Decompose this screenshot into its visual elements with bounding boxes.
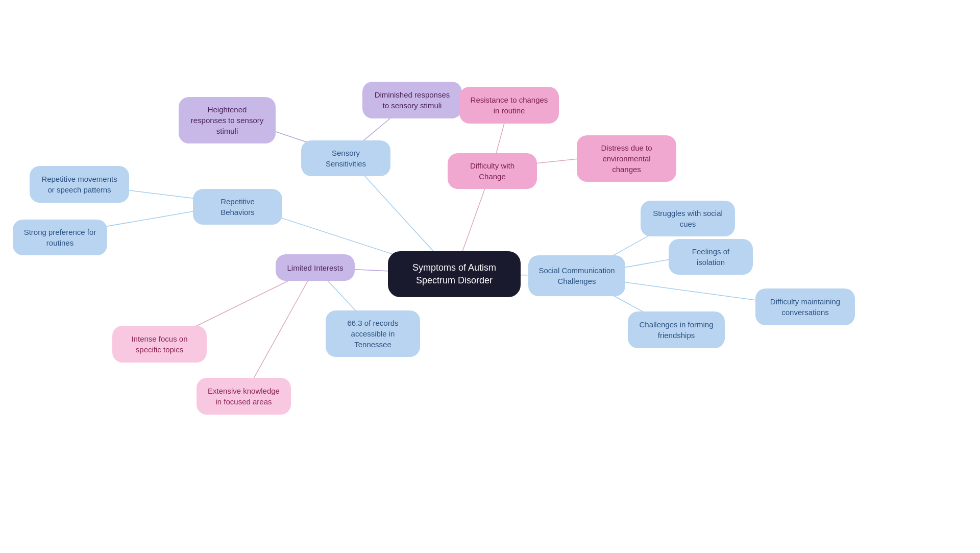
node-heightened[interactable]: Heightened responses to sensory stimuli xyxy=(179,97,276,143)
node-conversations[interactable]: Difficulty maintaining conversations xyxy=(755,288,855,325)
svg-line-8 xyxy=(244,268,315,396)
node-limited[interactable]: Limited Interests xyxy=(276,254,355,281)
node-diminished[interactable]: Diminished responses to sensory stimuli xyxy=(362,82,462,118)
node-resistance[interactable]: Resistance to changes in routine xyxy=(459,87,559,124)
node-sensory[interactable]: Sensory Sensitivities xyxy=(301,140,390,176)
node-extensive[interactable]: Extensive knowledge in focused areas xyxy=(197,378,291,415)
node-isolation[interactable]: Feelings of isolation xyxy=(669,239,753,275)
node-intense-focus[interactable]: Intense focus on specific topics xyxy=(112,326,207,363)
node-routines[interactable]: Strong preference for routines xyxy=(13,220,107,255)
node-difficulty-change[interactable]: Difficulty with Change xyxy=(448,153,537,189)
node-social[interactable]: Social Communication Challenges xyxy=(528,255,625,296)
mind-map: Symptoms of Autism Spectrum DisorderSens… xyxy=(0,0,980,553)
center-node[interactable]: Symptoms of Autism Spectrum Disorder xyxy=(388,251,521,297)
node-distress[interactable]: Distress due to environmental changes xyxy=(577,135,676,182)
node-rep-movements[interactable]: Repetitive movements or speech patterns xyxy=(30,166,129,203)
node-friendships[interactable]: Challenges in forming friendships xyxy=(628,311,725,348)
node-repetitive[interactable]: Repetitive Behaviors xyxy=(193,189,282,225)
node-records[interactable]: 66.3 of records accessible in Tennessee xyxy=(326,310,420,357)
node-social-cues[interactable]: Struggles with social cues xyxy=(641,201,735,236)
